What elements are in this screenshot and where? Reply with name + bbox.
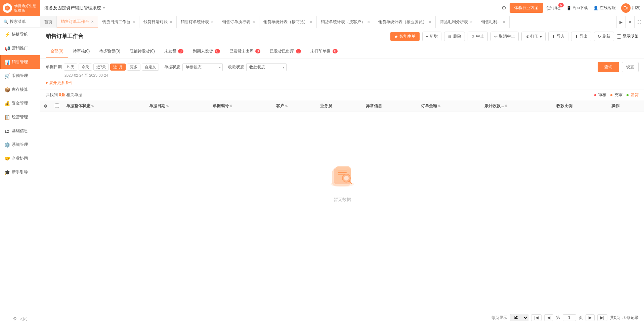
- print-button[interactable]: 🖨 打印 ▾: [521, 32, 546, 41]
- filter-settings-button[interactable]: 设置: [622, 62, 639, 72]
- sidebar-item-collab[interactable]: 🤝 企业协同: [0, 152, 40, 165]
- date-btn-today[interactable]: 今天: [79, 64, 92, 71]
- sidebar-item-inventory[interactable]: 📦 库存核算: [0, 83, 40, 96]
- ship-action-btn[interactable]: 发货: [627, 92, 639, 98]
- subtab-pending-review[interactable]: 待审核(0): [68, 45, 95, 58]
- export-button[interactable]: ⬆ 导出: [571, 32, 591, 41]
- cancel-stop-button[interactable]: ↩ 取消中止: [490, 32, 519, 41]
- tab-close-icon-4[interactable]: ✕: [211, 20, 214, 24]
- app-download-btn[interactable]: 📱 App下载: [566, 5, 588, 11]
- tab-sales-staff[interactable]: 销货单统计表（按业务员） ✕: [374, 16, 436, 28]
- solution-button[interactable]: 体验行业方案: [510, 3, 543, 13]
- page-number-input[interactable]: [563, 314, 576, 321]
- filter-status-select[interactable]: 单据状态: [182, 63, 223, 71]
- th-checkbox[interactable]: [51, 100, 63, 112]
- tabs-maximize[interactable]: ⛶: [634, 16, 644, 28]
- th-doc-date-sort[interactable]: 单据日期: [149, 103, 169, 109]
- tab-gross-margin[interactable]: 商品毛利分析表 ✕: [436, 16, 477, 28]
- th-customer[interactable]: 客户: [273, 100, 317, 112]
- tab-close-icon-9[interactable]: ✕: [470, 20, 473, 24]
- select-all-checkbox[interactable]: [55, 104, 59, 108]
- tab-sales-workbench[interactable]: 销售订单工作台 ✕: [57, 16, 98, 28]
- tab-daily-reconcile[interactable]: 钱货日清对账 ✕: [139, 16, 177, 28]
- topbar-settings-icon[interactable]: ⚙: [502, 5, 506, 11]
- tab-close-icon-7[interactable]: ✕: [367, 20, 370, 24]
- th-order-amount-sort[interactable]: 订单金额: [421, 103, 440, 109]
- tab-close-icon-6[interactable]: ✕: [310, 20, 312, 24]
- sidebar-item-operations[interactable]: 📋 经营管理: [0, 110, 40, 124]
- print-dropdown-icon[interactable]: ▾: [540, 34, 542, 39]
- settings-bottom-icon[interactable]: ⚙: [13, 316, 17, 321]
- subtab-overdue-unshipped[interactable]: 到期未发货 0: [188, 45, 225, 58]
- subtab-shipped-not-out[interactable]: 已发货未出库 0: [225, 45, 265, 58]
- sidebar-search[interactable]: 🔍 搜索菜单: [0, 16, 40, 28]
- cancel-review-action-btn[interactable]: 充审: [610, 92, 622, 98]
- import-button[interactable]: ⬇ 导入: [548, 32, 568, 41]
- th-salesperson[interactable]: 业务员: [317, 100, 362, 112]
- query-button[interactable]: 查询: [598, 62, 619, 72]
- subtab-unshipped[interactable]: 未发货 0: [160, 45, 188, 58]
- date-btn-month[interactable]: 近1月: [110, 64, 126, 71]
- online-service-btn[interactable]: 👤 在线客服: [593, 5, 616, 11]
- tab-close-icon-3[interactable]: ✕: [170, 20, 172, 24]
- message-btn[interactable]: 💬 6 消息: [547, 5, 561, 11]
- collapse-icon[interactable]: ◁◁: [20, 316, 27, 321]
- sidebar-item-quicknav[interactable]: ⚡ 快捷导航: [0, 28, 40, 41]
- sidebar-item-guide[interactable]: 🎓 新手引导: [0, 165, 40, 179]
- sidebar-item-finance[interactable]: 💰 资金管理: [0, 96, 40, 110]
- filter-payment-select[interactable]: 收款状态: [246, 63, 287, 71]
- sidebar-item-marketing[interactable]: 📢 营销推广: [0, 41, 40, 55]
- sidebar-item-sales[interactable]: 📊 销售管理: [0, 55, 40, 69]
- tab-sales-product[interactable]: 销货单统计表（按商品） ✕: [259, 16, 317, 28]
- th-payment-ratio[interactable]: 收款比例: [553, 100, 608, 112]
- date-btn-custom[interactable]: 自定义: [142, 64, 159, 71]
- date-btn-yesterday[interactable]: 昨天: [64, 64, 77, 71]
- add-button[interactable]: + 新增: [422, 32, 441, 41]
- th-cumulative-payment[interactable]: 累计收款...: [481, 100, 553, 112]
- tab-sales-customer[interactable]: 销货单统计表（按客户） ✕: [317, 16, 374, 28]
- subtab-all[interactable]: 全部(0): [46, 45, 68, 58]
- th-order-amount[interactable]: 订单金额: [418, 100, 481, 112]
- tab-daily-clear[interactable]: 钱货日清工作台 ✕: [98, 16, 139, 28]
- date-btn-more[interactable]: 更多: [127, 64, 140, 71]
- page-size-select[interactable]: 50 20 100: [510, 314, 528, 321]
- tab-close-icon-10[interactable]: ✕: [503, 20, 505, 24]
- show-detail-checkbox[interactable]: 显示明细: [617, 34, 639, 39]
- show-detail-input[interactable]: [617, 34, 621, 39]
- subtab-shipped-out[interactable]: 已发货已出库 0: [265, 45, 306, 58]
- th-settings[interactable]: ⚙: [40, 100, 51, 112]
- th-abnormal-info[interactable]: 异常信息: [362, 100, 418, 112]
- tabs-scroll-right[interactable]: ▶: [616, 16, 625, 28]
- tab-close-icon-5[interactable]: ✕: [252, 20, 255, 24]
- review-action-btn[interactable]: 审核: [594, 92, 606, 98]
- expand-filter-button[interactable]: ▾ 展开更多条件: [46, 80, 639, 86]
- th-doc-number-sort[interactable]: 单据编号: [213, 103, 232, 109]
- tab-sales-stats[interactable]: 销售订单统计表 ✕: [177, 16, 218, 28]
- tab-sales-more[interactable]: 销售毛利... ✕: [477, 16, 510, 28]
- th-doc-date[interactable]: 单据日期: [146, 100, 209, 112]
- th-doc-status[interactable]: 单据整体状态: [63, 100, 146, 112]
- th-operations[interactable]: 操作: [608, 100, 644, 112]
- subtab-wangpu-pending[interactable]: 旺铺待发货(0): [125, 45, 160, 58]
- th-cumulative-payment-sort[interactable]: 累计收款...: [484, 103, 507, 109]
- user-avatar[interactable]: Ea 用友: [621, 3, 640, 13]
- sidebar-item-system[interactable]: ⚙️ 系统管理: [0, 138, 40, 152]
- tab-close-icon-2[interactable]: ✕: [132, 20, 135, 24]
- sidebar-item-basic-info[interactable]: 🗂 基础信息: [0, 124, 40, 138]
- stop-button[interactable]: ⊘ 中止: [468, 32, 488, 41]
- date-btn-7days[interactable]: 近7天: [93, 64, 109, 71]
- system-dropdown-icon[interactable]: ▾: [103, 6, 105, 10]
- subtab-pending-inspect[interactable]: 待拣验货(0): [94, 45, 125, 58]
- tab-sales-exec[interactable]: 销售订单执行表 ✕: [218, 16, 259, 28]
- page-next-btn[interactable]: ▶: [586, 314, 595, 321]
- tabs-close-all[interactable]: ✕: [625, 16, 634, 28]
- sidebar-item-purchase[interactable]: 🛒 采购管理: [0, 69, 40, 83]
- tab-home[interactable]: 首页: [40, 16, 57, 28]
- page-prev-btn[interactable]: ◀: [544, 314, 553, 321]
- th-customer-sort[interactable]: 客户: [276, 103, 288, 109]
- th-doc-number[interactable]: 单据编号: [209, 100, 273, 112]
- th-doc-status-sort[interactable]: 单据整体状态: [66, 103, 94, 109]
- delete-button[interactable]: 🗑 删除: [444, 32, 465, 41]
- page-first-btn[interactable]: |◀: [531, 314, 541, 321]
- tab-close-icon[interactable]: ✕: [91, 20, 94, 24]
